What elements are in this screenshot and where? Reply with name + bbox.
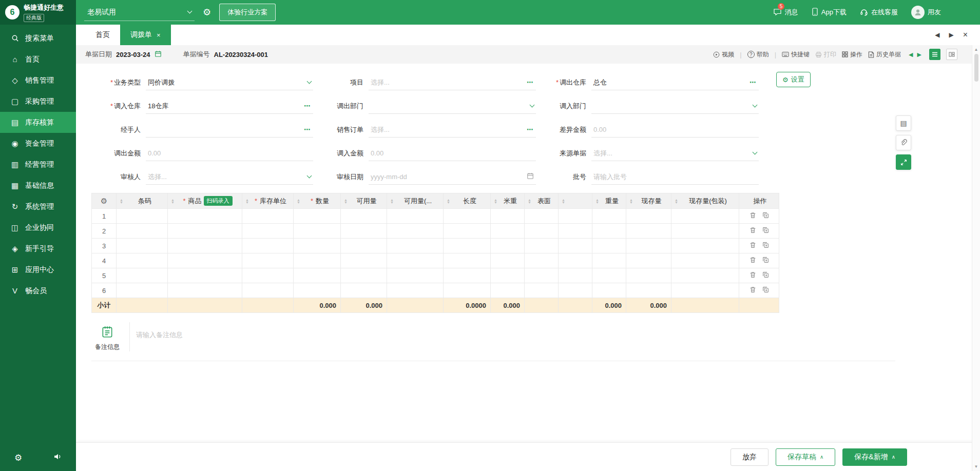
sidebar-item-funds[interactable]: ◉资金管理 [0, 133, 76, 154]
delete-row-icon[interactable] [750, 271, 756, 280]
help-button[interactable]: ? 帮助 [747, 50, 769, 59]
sidebar-item-guide[interactable]: ◈新手引导 [0, 238, 76, 259]
grid-cell-barcode[interactable] [117, 239, 168, 253]
topbar-gear-icon[interactable]: ⚙ [203, 7, 211, 18]
sort-icon[interactable]: ▲▼ [675, 199, 678, 204]
grid-cell-unit[interactable] [242, 253, 294, 268]
grid-cell-surface[interactable] [525, 239, 559, 253]
source-doc-input[interactable]: 选择... [591, 146, 759, 161]
sort-icon[interactable]: ▲▼ [494, 199, 497, 204]
grid-cell-available2[interactable] [387, 224, 444, 239]
column-extra[interactable]: ▲▼ [559, 193, 592, 209]
delete-row-icon[interactable] [750, 227, 756, 235]
grid-cell-surface[interactable] [525, 268, 559, 283]
chevron-down-icon[interactable] [753, 150, 758, 155]
chevron-down-icon[interactable] [753, 103, 758, 108]
discard-button[interactable]: 放弃 [731, 448, 768, 466]
batch-no-input[interactable]: 请输入批号 [591, 169, 759, 185]
sort-icon[interactable]: ▲▼ [562, 199, 565, 204]
grid-cell-available[interactable] [341, 253, 387, 268]
scroll-down-icon[interactable]: ▼ [974, 462, 978, 471]
grid-cell-weight[interactable] [592, 209, 626, 224]
grid-cell-extra[interactable] [559, 239, 592, 253]
column-available[interactable]: ▲▼可用量 [341, 193, 387, 209]
grid-cell-stock[interactable] [626, 253, 671, 268]
grid-cell-available[interactable] [341, 224, 387, 239]
grid-cell-stock[interactable] [626, 209, 671, 224]
grid-cell-weight[interactable] [592, 268, 626, 283]
sort-icon[interactable]: ▲▼ [344, 199, 348, 204]
grid-cell-qty[interactable] [294, 209, 341, 224]
grid-cell-meter-weight[interactable] [491, 253, 525, 268]
grid-cell-length[interactable] [444, 224, 491, 239]
column-qty[interactable]: ▲▼*数量 [294, 193, 341, 209]
column-unit[interactable]: ▲▼*库存单位 [242, 193, 294, 209]
more-options-icon[interactable]: ⋯ [527, 126, 534, 133]
column-meter-weight[interactable]: ▲▼米重 [491, 193, 525, 209]
scan-entry-button[interactable]: 扫码录入 [204, 196, 233, 206]
sidebar-item-inventory[interactable]: ▤库存核算 [0, 112, 76, 133]
more-options-icon[interactable]: ⋯ [304, 126, 311, 133]
operations-button[interactable]: 操作 [842, 50, 862, 59]
more-options-icon[interactable]: ⋯ [527, 78, 534, 86]
sales-order-input[interactable]: 选择...⋯ [369, 122, 536, 138]
online-service-button[interactable]: 在线客服 [860, 8, 898, 17]
grid-cell-product[interactable] [168, 224, 242, 239]
app-download-button[interactable]: App下载 [812, 8, 847, 17]
biz-type-input[interactable]: 同价调拨 [146, 75, 313, 90]
grid-cell-weight[interactable] [592, 239, 626, 253]
in-dept-input[interactable] [591, 99, 759, 114]
grid-cell-extra[interactable] [559, 209, 592, 224]
sidebar-item-system[interactable]: ↻系统管理 [0, 196, 76, 217]
grid-cell-stock-pkg[interactable] [671, 209, 739, 224]
grid-cell-available2[interactable] [387, 239, 444, 253]
sort-icon[interactable]: ▲▼ [390, 199, 394, 204]
handler-input[interactable]: ⋯ [146, 122, 313, 138]
in-warehouse-input[interactable]: 18仓库⋯ [146, 99, 313, 114]
close-tab-icon[interactable]: × [157, 31, 161, 39]
grid-cell-meter-weight[interactable] [491, 224, 525, 239]
column-available2[interactable]: ▲▼可用量(... [387, 193, 444, 209]
out-amount-input[interactable]: 0.00 [146, 146, 313, 161]
grid-cell-unit[interactable] [242, 239, 294, 253]
grid-cell-weight[interactable] [592, 283, 626, 298]
grid-cell-meter-weight[interactable] [491, 209, 525, 224]
industry-solution-button[interactable]: 体验行业方案 [219, 4, 276, 21]
sidebar-item-search[interactable]: 搜索菜单 [0, 28, 76, 49]
column-barcode[interactable]: ▲▼条码 [117, 193, 168, 209]
next-doc-icon[interactable]: ▶ [917, 51, 921, 58]
copy-row-icon[interactable] [762, 242, 769, 250]
tab-scroll-right-icon[interactable]: ▶ [949, 31, 953, 38]
grid-cell-length[interactable] [444, 253, 491, 268]
grid-cell-stock-pkg[interactable] [671, 224, 739, 239]
column-stock[interactable]: ▲▼现存量 [626, 193, 671, 209]
grid-cell-extra[interactable] [559, 283, 592, 298]
grid-cell-extra[interactable] [559, 268, 592, 283]
grid-cell-barcode[interactable] [117, 209, 168, 224]
grid-cell-available[interactable] [341, 209, 387, 224]
grid-cell-surface[interactable] [525, 209, 559, 224]
list-view-button[interactable] [929, 49, 940, 60]
close-all-tabs-icon[interactable]: × [963, 30, 968, 40]
tab-home[interactable]: 首页 [85, 25, 120, 45]
sidebar-item-sales[interactable]: ◇销售管理 [0, 70, 76, 91]
form-settings-button[interactable]: ⚙ 设置 [776, 72, 811, 87]
scroll-up-icon[interactable]: ▲ [974, 45, 978, 54]
delete-row-icon[interactable] [750, 257, 756, 265]
grid-cell-meter-weight[interactable] [491, 283, 525, 298]
grid-cell-product[interactable] [168, 239, 242, 253]
sort-icon[interactable]: ▲▼ [297, 199, 300, 204]
out-warehouse-input[interactable]: 总仓⋯ [591, 75, 759, 90]
grid-cell-barcode[interactable] [117, 283, 168, 298]
sort-icon[interactable]: ▲▼ [245, 199, 249, 204]
auditor-input[interactable]: 选择... [146, 169, 313, 185]
grid-cell-product[interactable] [168, 209, 242, 224]
grid-cell-available[interactable] [341, 268, 387, 283]
grid-cell-surface[interactable] [525, 283, 559, 298]
history-docs-button[interactable]: 历史单据 [868, 50, 901, 59]
column-settings-button[interactable]: ⚙ [92, 193, 117, 209]
fullscreen-button[interactable] [896, 154, 911, 170]
grid-cell-stock[interactable] [626, 283, 671, 298]
grid-cell-available2[interactable] [387, 268, 444, 283]
sort-icon[interactable]: ▲▼ [629, 199, 633, 204]
